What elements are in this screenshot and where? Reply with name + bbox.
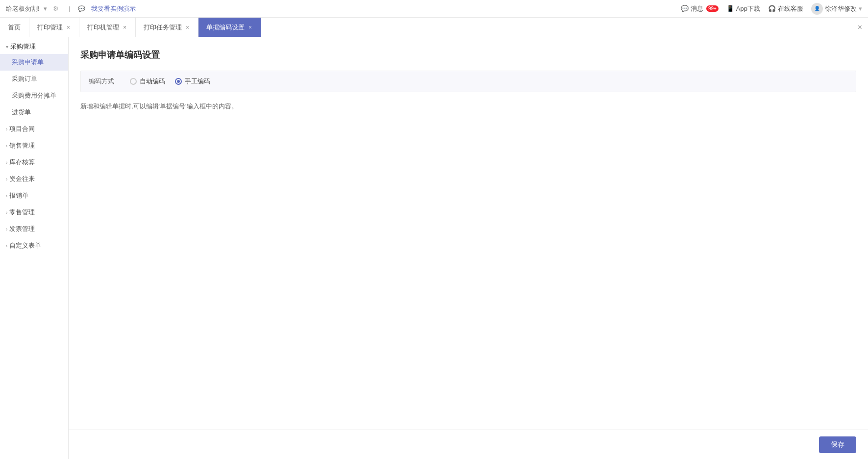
tab-printer-mgmt-label: 打印机管理 — [87, 23, 119, 32]
radio-manual-encoding[interactable]: 手工编码 — [175, 77, 210, 86]
hint-text: 新增和编辑单据时,可以编辑'单据编号'输入框中的内容。 — [80, 102, 856, 111]
tab-printer-mgmt[interactable]: 打印机管理 × — [79, 18, 136, 37]
encoding-row: 编码方式 自动编码 手工编码 — [80, 71, 856, 92]
sidebar-item-purchase-expense[interactable]: 采购费用分摊单 — [0, 87, 68, 104]
page-title: 采购申请单编码设置 — [80, 49, 856, 61]
sidebar-group-project-contract[interactable]: › 项目合同 — [0, 121, 68, 137]
online-service-label: 在线客服 — [778, 4, 803, 13]
content-inner: 采购申请单编码设置 编码方式 自动编码 手工编码 — [69, 37, 868, 430]
avatar: 👤 — [811, 3, 823, 15]
purchase-expense-label: 采购费用分摊单 — [12, 92, 56, 99]
tab-print-mgmt-label: 打印管理 — [37, 23, 63, 32]
main-layout: ▾ 采购管理 采购申请单 采购订单 采购费用分摊单 进货单 › 项目合同 › 销… — [0, 37, 868, 459]
sidebar-group-purchase-header[interactable]: ▾ 采购管理 — [0, 37, 68, 54]
tab-home-label: 首页 — [8, 23, 21, 32]
save-button[interactable]: 保存 — [819, 436, 856, 453]
tab-print-mgmt[interactable]: 打印管理 × — [29, 18, 79, 37]
headset-icon: 🎧 — [768, 5, 776, 12]
purchase-group-label: 采购管理 — [10, 42, 36, 51]
purchase-group-arrow: ▾ — [6, 44, 8, 50]
capital-label: 资金往来 — [9, 175, 35, 183]
encoding-label: 编码方式 — [89, 77, 118, 86]
sidebar: ▾ 采购管理 采购申请单 采购订单 采购费用分摊单 进货单 › 项目合同 › 销… — [0, 37, 69, 459]
custom-form-arrow: › — [6, 243, 7, 249]
project-contract-arrow: › — [6, 127, 7, 132]
expense-report-label: 报销单 — [9, 191, 28, 200]
sales-mgmt-arrow: › — [6, 143, 7, 149]
purchase-request-label: 采购申请单 — [12, 58, 44, 66]
message-button[interactable]: 💬 消息 99+ — [681, 4, 719, 13]
settings-icon[interactable]: ⚙ — [53, 5, 59, 12]
sidebar-item-purchase-request[interactable]: 采购申请单 — [0, 54, 68, 71]
message-badge: 99+ — [706, 5, 719, 12]
content-area: 采购申请单编码设置 编码方式 自动编码 手工编码 — [69, 37, 868, 459]
invoice-mgmt-label: 发票管理 — [9, 225, 35, 233]
sidebar-group-purchase: ▾ 采购管理 采购申请单 采购订单 采购费用分摊单 进货单 — [0, 37, 68, 121]
tab-home[interactable]: 首页 — [0, 18, 29, 37]
app-download-label: App下载 — [736, 4, 760, 13]
tab-barcode-settings-label: 单据编码设置 — [206, 23, 245, 32]
message-icon: 💬 — [681, 5, 689, 12]
tab-printer-mgmt-close[interactable]: × — [122, 23, 127, 32]
top-bar-left: 给老板勿割! ▾ ⚙ | 💬 我要看实例演示 — [6, 4, 136, 13]
radio-auto-encoding[interactable]: 自动编码 — [130, 77, 165, 86]
custom-form-label: 自定义表单 — [9, 241, 41, 250]
sidebar-group-invoice-mgmt[interactable]: › 发票管理 — [0, 221, 68, 237]
tab-bar: 首页 打印管理 × 打印机管理 × 打印任务管理 × 单据编码设置 × × — [0, 18, 868, 37]
sidebar-group-custom-form[interactable]: › 自定义表单 — [0, 237, 68, 254]
tab-barcode-settings[interactable]: 单据编码设置 × — [198, 18, 261, 37]
tab-print-task-mgmt-label: 打印任务管理 — [144, 23, 182, 32]
radio-auto-circle — [130, 78, 137, 85]
manual-encoding-label: 手工编码 — [185, 77, 210, 86]
tab-barcode-settings-close[interactable]: × — [248, 23, 253, 32]
expense-report-arrow: › — [6, 193, 7, 199]
top-bar-right: 💬 消息 99+ 📱 App下载 🎧 在线客服 👤 徐泽华修改 ▾ — [681, 3, 862, 15]
tab-print-task-mgmt[interactable]: 打印任务管理 × — [136, 18, 198, 37]
sidebar-item-receipt[interactable]: 进货单 — [0, 104, 68, 121]
user-name: 徐泽华修改 — [825, 4, 857, 13]
retail-mgmt-arrow: › — [6, 210, 7, 215]
content-footer: 保存 — [69, 430, 868, 459]
encoding-form-section: 编码方式 自动编码 手工编码 新增和编辑单据时,可以编辑'单据编号'输入框中的内… — [80, 71, 856, 111]
tab-print-task-mgmt-close[interactable]: × — [185, 23, 190, 32]
app-download-button[interactable]: 📱 App下载 — [726, 4, 760, 13]
radio-group: 自动编码 手工编码 — [130, 77, 210, 86]
inventory-arrow: › — [6, 160, 7, 165]
invoice-mgmt-arrow: › — [6, 227, 7, 232]
sidebar-item-purchase-order[interactable]: 采购订单 — [0, 71, 68, 87]
sidebar-group-inventory[interactable]: › 库存核算 — [0, 154, 68, 171]
sidebar-group-expense-report[interactable]: › 报销单 — [0, 187, 68, 204]
user-dropdown-icon: ▾ — [859, 5, 862, 12]
project-contract-label: 项目合同 — [9, 125, 35, 133]
top-bar: 给老板勿割! ▾ ⚙ | 💬 我要看实例演示 💬 消息 99+ 📱 App下载 … — [0, 0, 868, 18]
inventory-label: 库存核算 — [9, 158, 35, 167]
retail-mgmt-label: 零售管理 — [9, 208, 35, 217]
message-label: 消息 — [691, 4, 703, 13]
sales-mgmt-label: 销售管理 — [9, 141, 35, 150]
demo-text[interactable]: 我要看实例演示 — [91, 4, 136, 13]
tab-print-mgmt-close[interactable]: × — [66, 23, 71, 32]
auto-encoding-label: 自动编码 — [140, 77, 165, 86]
online-service-button[interactable]: 🎧 在线客服 — [768, 4, 803, 13]
receipt-label: 进货单 — [12, 108, 31, 116]
radio-manual-circle — [175, 78, 182, 85]
tab-bar-close-all[interactable]: × — [852, 18, 868, 37]
purchase-order-label: 采购订单 — [12, 75, 37, 82]
user-menu[interactable]: 👤 徐泽华修改 ▾ — [811, 3, 862, 15]
top-bar-brand-text: 给老板勿割! — [6, 4, 40, 13]
dropdown-icon[interactable]: ▾ — [44, 5, 47, 12]
sidebar-group-retail-mgmt[interactable]: › 零售管理 — [0, 204, 68, 221]
capital-arrow: › — [6, 177, 7, 182]
sidebar-group-sales-mgmt[interactable]: › 销售管理 — [0, 137, 68, 154]
app-icon: 📱 — [726, 5, 734, 12]
sidebar-group-capital[interactable]: › 资金往来 — [0, 171, 68, 187]
